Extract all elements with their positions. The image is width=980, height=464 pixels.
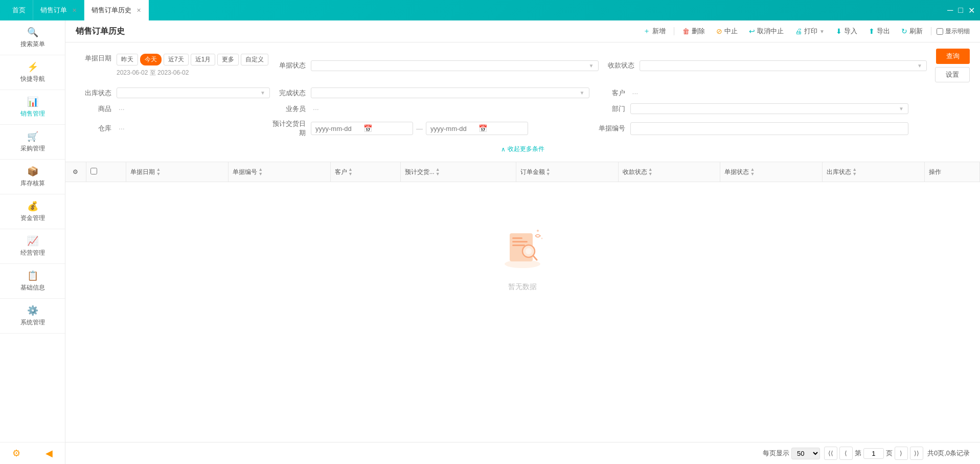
th-settings: ⚙ [65,162,86,182]
sidebar-item-quick-nav[interactable]: ⚡ 快捷导航 [0,55,65,90]
date-quick-group: 昨天 今天 近7天 近1月 更多 自定义 2023-06-02 至 2023-0… [117,54,268,77]
sidebar-item-basic-info[interactable]: 📋 基础信息 [0,264,65,299]
delivery-from-field[interactable] [315,125,361,132]
th-bill-status[interactable]: 单据状态 ▲▼ [720,162,823,182]
complete-status-label: 完成状态 [270,89,311,98]
out-status-arrow-icon: ▼ [260,90,265,96]
top-bar: 首页 销售订单 ✕ 销售订单历史 ✕ ─ □ ✕ [0,0,980,20]
close-tab-sales-order[interactable]: ✕ [72,7,77,14]
salesman-dots-btn[interactable]: ··· [311,105,321,113]
window-maximize-icon[interactable]: □ [958,6,963,15]
out-status-select[interactable]: ▼ [117,87,270,98]
department-select[interactable]: ▼ [630,103,909,114]
bill-no-group: 单据编号 [589,122,909,135]
sidebar-item-inventory[interactable]: 📦 库存核算 [0,160,65,194]
svg-line-6 [533,256,537,260]
pagination: 每页显示 20 50 100 200 ⟨⟨ ⟨ 第 页 ⟩ ⟩⟩ 共0页,0条记… [65,442,980,464]
th-delivery-date[interactable]: 预计交货... ▲▼ [400,162,516,182]
calendar-to-icon[interactable]: 📅 [478,124,487,132]
bill-status-select[interactable]: ▼ [311,60,599,71]
sidebar-item-operations[interactable]: 📈 经营管理 [0,229,65,264]
sidebar-item-search[interactable]: 🔍 搜索菜单 [0,20,65,55]
search-menu-icon: 🔍 [27,27,38,38]
export-label: 导出 [877,27,890,36]
bill-status-group: 单据状态 ▼ [270,60,599,71]
next-page-button[interactable]: ⟩ [895,447,908,460]
settings-bottom-icon[interactable]: ⚙ [12,448,20,459]
import-button[interactable]: ⬇ 导入 [833,25,860,38]
th-receipt-status[interactable]: 收款状态 ▲▼ [618,162,720,182]
display-details-toggle[interactable]: 显示明细 [937,27,970,36]
window-close-icon[interactable]: ✕ [968,6,975,15]
collapse-button[interactable]: ∧ 收起更多条件 [501,143,544,156]
out-status-group: 出库状态 ▼ [76,87,270,98]
stop-button[interactable]: ⊘ 中止 [713,25,741,38]
purchase-icon: 🛒 [27,131,38,142]
department-group: 部门 ▼ [589,103,909,114]
bill-no-input[interactable] [630,122,909,135]
sidebar-item-purchase[interactable]: 🛒 采购管理 [0,125,65,160]
last-page-button[interactable]: ⟩⟩ [910,447,923,460]
delete-button[interactable]: 🗑 删除 [679,25,708,38]
print-button[interactable]: 🖨 打印 ▼ [792,25,828,38]
new-button[interactable]: ＋ 新增 [640,25,669,38]
th-date[interactable]: 单据日期 ▲▼ [126,162,229,182]
page-input[interactable] [863,448,884,459]
out-status-label: 出库状态 [76,89,117,98]
delivery-date-from-input[interactable]: 📅 [311,122,413,135]
prev-page-button[interactable]: ⟨ [839,447,853,460]
date-custom-btn[interactable]: 自定义 [241,54,268,65]
tab-sales-order[interactable]: 销售订单 ✕ [33,0,84,20]
date-label: 单据日期 [76,54,117,63]
export-button[interactable]: ⬆ 导出 [865,25,893,38]
refresh-button[interactable]: ↻ 刷新 [898,25,926,38]
delivery-date-to-input[interactable]: 📅 [426,122,528,135]
toolbar: ＋ 新增 🗑 删除 ⊘ 中止 ↩ 取消中止 🖨 打印 [640,25,970,38]
display-details-checkbox[interactable] [937,28,943,35]
date-today-btn[interactable]: 今天 [140,54,162,65]
customer-dots-btn[interactable]: ··· [630,89,641,97]
system-icon: ⚙️ [27,305,38,316]
set-button[interactable]: 设置 [935,67,970,82]
delivery-to-field[interactable] [430,125,476,132]
close-tab-sales-order-history[interactable]: ✕ [136,7,141,14]
date-yesterday-btn[interactable]: 昨天 [117,54,138,65]
first-page-button[interactable]: ⟨⟨ [824,447,837,460]
sidebar: 🔍 搜索菜单 ⚡ 快捷导航 📊 销售管理 🛒 采购管理 📦 库存核算 💰 资金管… [0,20,65,464]
sidebar-item-sales[interactable]: 📊 销售管理 [0,90,65,125]
query-button[interactable]: 查询 [936,49,970,64]
page-size-select[interactable]: 20 50 100 200 [791,448,820,459]
filter-row-3: 商品 ··· 业务员 ··· 部门 ▼ [76,103,970,114]
svg-rect-2 [512,237,522,239]
print-dropdown-icon[interactable]: ▼ [819,29,825,34]
warehouse-dots-btn[interactable]: ··· [117,124,127,132]
collapse-sidebar-icon[interactable]: ◀ [45,448,53,459]
sidebar-item-system[interactable]: ⚙️ 系统管理 [0,299,65,334]
tab-home[interactable]: 首页 [5,0,33,20]
window-minimize-icon[interactable]: ─ [947,6,953,15]
sidebar-item-finance[interactable]: 💰 资金管理 [0,194,65,229]
th-out-status[interactable]: 出库状态 ▲▼ [823,162,925,182]
th-amount[interactable]: 订单金额 ▲▼ [516,162,618,182]
th-bill-no[interactable]: 单据编号 ▲▼ [229,162,331,182]
th-customer[interactable]: 客户 ▲▼ [331,162,401,182]
date-1month-btn[interactable]: 近1月 [191,54,216,65]
delivery-date-label: 预计交货日期 [270,119,311,138]
cancel-stop-icon: ↩ [749,27,755,35]
filter-collapse-row: ∧ 收起更多条件 [76,143,970,156]
date-more-btn[interactable]: 更多 [217,54,239,65]
date-7days-btn[interactable]: 近7天 [164,54,189,65]
calendar-from-icon[interactable]: 📅 [363,124,372,132]
cancel-stop-button[interactable]: ↩ 取消中止 [746,25,787,38]
select-all-checkbox[interactable] [90,168,97,174]
receipt-status-label: 收款状态 [599,61,640,70]
page-unit: 页 [886,449,893,458]
receipt-status-select[interactable]: ▼ [640,60,927,71]
goods-dots-btn[interactable]: ··· [117,105,127,113]
column-settings-icon[interactable]: ⚙ [70,168,82,175]
tab-sales-order-history[interactable]: 销售订单历史 ✕ [84,0,149,20]
svg-rect-4 [512,245,525,246]
main-layout: 🔍 搜索菜单 ⚡ 快捷导航 📊 销售管理 🛒 采购管理 📦 库存核算 💰 资金管… [0,20,980,464]
complete-status-select[interactable]: ▼ [311,87,589,98]
customer-label: 客户 [589,89,630,98]
